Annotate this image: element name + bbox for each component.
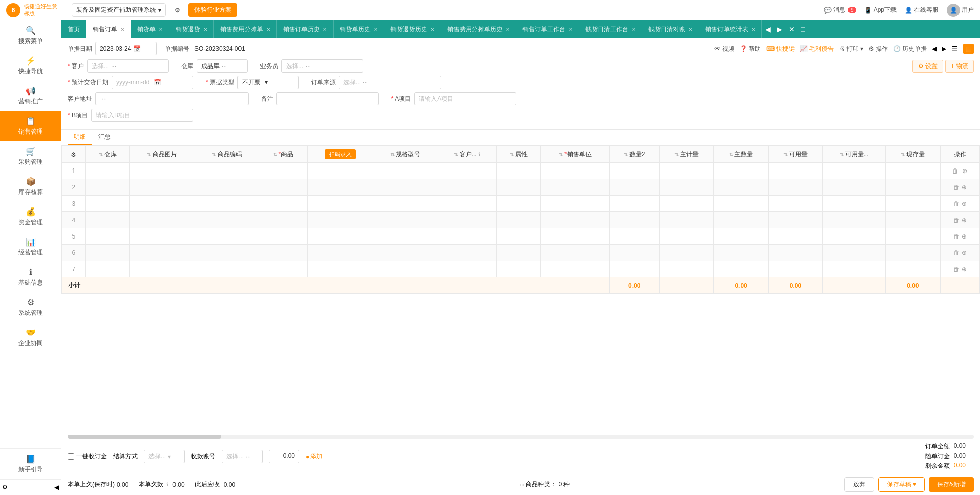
col-product-code[interactable]: 商品编码	[194, 146, 259, 163]
tab-expense-history[interactable]: 销售费用分摊单历史 ✕	[441, 20, 516, 38]
app-download-btn[interactable]: 📱 App下载	[864, 6, 897, 14]
tab-prev-btn[interactable]: ◀	[762, 25, 774, 33]
one-click-checkbox[interactable]	[68, 453, 74, 460]
payment-select[interactable]: 选择... ▾	[144, 450, 185, 463]
account-select[interactable]: 选择... ···	[222, 450, 263, 463]
delete-icon[interactable]: 🗑	[953, 217, 960, 224]
history-btn[interactable]: 🕐 历史单据	[893, 45, 927, 53]
copy-icon[interactable]: ⊕	[962, 217, 967, 224]
add-goods-btn[interactable]: + 物流	[945, 60, 974, 73]
col-main-quantity[interactable]: 主数量	[714, 146, 768, 163]
tab-detail[interactable]: 明细	[68, 130, 92, 145]
tab-stats[interactable]: 销售订单统计表 ✕	[699, 20, 762, 38]
salesperson-input[interactable]: 选择... ···	[281, 59, 363, 73]
collapse-icon[interactable]: ◀	[54, 484, 59, 491]
copy-icon[interactable]: ⊕	[962, 184, 967, 191]
col-main-unit[interactable]: 主计量	[660, 146, 714, 163]
close-icon[interactable]: ✕	[569, 27, 573, 32]
col-settings[interactable]: ⚙	[62, 146, 86, 163]
row-available2-1[interactable]	[823, 163, 886, 179]
view-btn[interactable]: 👁 视频	[714, 45, 734, 53]
table-scrollbar[interactable]	[68, 435, 974, 439]
tab-summary[interactable]: 汇总	[92, 130, 117, 145]
sidebar-item-system[interactable]: ⚙ 系统管理	[0, 292, 61, 322]
col-product-name[interactable]: *商品	[259, 146, 307, 163]
settings-bottom-icon[interactable]: ⚙	[2, 484, 8, 491]
col-available2[interactable]: 可用量...	[823, 146, 886, 163]
row-customer-code-1[interactable]	[438, 163, 496, 179]
scrollbar-thumb[interactable]	[68, 435, 221, 439]
prev-record-btn[interactable]: ◀	[932, 45, 937, 52]
discard-btn[interactable]: 放弃	[844, 477, 874, 492]
delivery-date-input[interactable]: yyyy-mm-dd 📅	[112, 76, 193, 89]
sidebar-item-marketing[interactable]: 📢 营销推广	[0, 81, 61, 111]
next-record-btn[interactable]: ▶	[942, 45, 946, 52]
row-product-image-1[interactable]	[130, 163, 194, 179]
row-available-1[interactable]	[768, 163, 822, 179]
tab-sales-receipt-history[interactable]: 销货单历史 ✕	[334, 20, 384, 38]
row-spec-1[interactable]	[373, 163, 438, 179]
list-view-btn[interactable]: ☰	[951, 45, 958, 53]
delete-icon[interactable]: 🗑	[953, 184, 960, 191]
user-btn[interactable]: 👤 用户	[947, 4, 974, 17]
tab-sales-order-history[interactable]: 销售订单历史 ✕	[277, 20, 334, 38]
close-icon[interactable]: ✕	[203, 27, 207, 32]
doc-date-input[interactable]: 2023-03-24 📅	[95, 42, 157, 55]
col-scan[interactable]: 扫码录入	[307, 146, 373, 163]
tab-sales-return[interactable]: 销货退货 ✕	[169, 20, 214, 38]
row-product-name-1[interactable]	[259, 163, 307, 179]
sidebar-item-sales[interactable]: 📋 销售管理	[0, 111, 61, 141]
row-attributes-1[interactable]	[497, 163, 541, 179]
row-main-unit-1[interactable]	[660, 163, 714, 179]
help-btn[interactable]: ❓ 帮助	[739, 45, 761, 53]
remark-input[interactable]	[276, 92, 379, 105]
close-icon[interactable]: ✕	[506, 27, 510, 32]
col-warehouse[interactable]: 仓库	[85, 146, 129, 163]
profit-btn[interactable]: 📈 毛利预告	[800, 45, 834, 53]
table-scroll[interactable]: ⚙ 仓库 商品图片 商品编码 *商品	[61, 146, 980, 435]
save-draft-btn[interactable]: 保存草稿 ▾	[878, 477, 925, 492]
close-icon[interactable]: ✕	[323, 27, 327, 32]
amount-display[interactable]: 0.00	[269, 450, 299, 463]
col-customer-code[interactable]: 客户... ℹ	[438, 146, 496, 163]
copy-icon[interactable]: ⊕	[962, 200, 967, 207]
tab-reconcile[interactable]: 钱货日清对账 ✕	[642, 20, 699, 38]
col-attributes[interactable]: 属性	[497, 146, 541, 163]
system-selector[interactable]: 装备及固定资产辅助管理系统 ▾	[72, 3, 166, 17]
tab-daily-workbench[interactable]: 钱货日清工作台 ✕	[579, 20, 642, 38]
add-btn[interactable]: ● 添加	[306, 452, 322, 461]
save-new-btn[interactable]: 保存&新增	[929, 477, 974, 492]
sidebar-item-shortcuts[interactable]: ⚡ 快捷导航	[0, 51, 61, 81]
tab-sales-order[interactable]: 销售订单 ✕	[86, 20, 131, 38]
close-icon[interactable]: ✕	[374, 27, 378, 32]
close-icon[interactable]: ✕	[430, 27, 434, 32]
tab-sales-return-history[interactable]: 销货退货历史 ✕	[384, 20, 441, 38]
settings-right-btn[interactable]: ⚙ 设置	[912, 60, 943, 73]
tab-sales-receipt[interactable]: 销货单 ✕	[131, 20, 169, 38]
sidebar-item-inventory[interactable]: 📦 库存核算	[0, 171, 61, 202]
col-sales-unit[interactable]: *销售单位	[541, 146, 609, 163]
scan-input-btn[interactable]: 扫码录入	[325, 149, 356, 159]
online-service-btn[interactable]: 👤 在线客服	[905, 6, 939, 14]
b-project-input[interactable]: 请输入B项目	[91, 109, 193, 122]
sidebar-item-base-info[interactable]: ℹ 基础信息	[0, 262, 61, 292]
sidebar-item-enterprise[interactable]: 🤝 企业协同	[0, 322, 61, 353]
operate-btn[interactable]: ⚙ 操作	[868, 45, 888, 53]
col-product-image[interactable]: 商品图片	[130, 146, 194, 163]
delete-icon[interactable]: 🗑	[952, 167, 959, 175]
row-quantity2-1[interactable]	[609, 163, 660, 179]
copy-icon[interactable]: ⊕	[962, 266, 967, 273]
tab-next-btn[interactable]: ▶	[774, 25, 786, 33]
tab-home[interactable]: 首页	[61, 20, 86, 38]
customer-input[interactable]: 选择... ···	[87, 59, 169, 73]
warehouse-input[interactable]: 成品库 ···	[197, 59, 248, 73]
sidebar-item-guide[interactable]: 📘 新手引导	[0, 448, 61, 479]
delete-icon[interactable]: 🗑	[953, 266, 960, 273]
delete-icon[interactable]: 🗑	[953, 249, 960, 256]
copy-icon[interactable]: ⊕	[962, 249, 967, 256]
order-source-input[interactable]: 选择... ···	[339, 76, 441, 89]
col-current-stock[interactable]: 现存量	[886, 146, 940, 163]
col-quantity2[interactable]: 数量2	[609, 146, 660, 163]
copy-icon[interactable]: ⊕	[962, 167, 967, 175]
row-product-code-1[interactable]	[194, 163, 259, 179]
